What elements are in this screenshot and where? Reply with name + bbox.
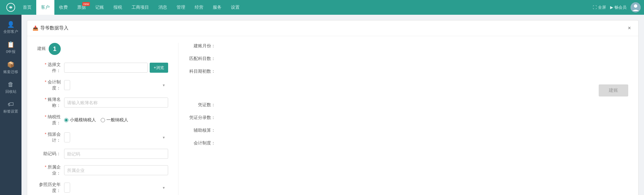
nav-item-tax[interactable]: 报税 [109, 0, 127, 15]
user-icon: 👤 [7, 21, 14, 28]
memo-code-input[interactable] [64, 149, 168, 159]
voucher-count-label: 凭证数： [189, 102, 219, 108]
import-icon: 📥 [33, 25, 38, 31]
step-badge: 1 [49, 43, 61, 55]
file-input[interactable] [64, 63, 148, 73]
dialog-title-text: 导爷数据导入 [40, 25, 68, 31]
account-name-row: 账簿名称： [37, 96, 168, 109]
memo-code-row: 助记码： [37, 149, 168, 159]
sidebar-item-label: 标签设置 [3, 109, 18, 114]
top-nav: 首页客户收费票据new记账报税工商项目消息管理经营服务设置 ⛶ 全屏 ▶ 畅会员 [0, 0, 644, 15]
badge-new: new [82, 2, 90, 6]
account-month-row: 建账月份： [189, 43, 628, 49]
accounting-system-row: 会计制度： ▼ [37, 79, 168, 91]
declaration-icon: 📋 [7, 41, 14, 48]
nav-item-fee[interactable]: 收费 [54, 0, 72, 15]
avatar[interactable] [631, 2, 641, 12]
browse-button[interactable]: +浏览 [150, 63, 168, 73]
sidebar-item-label: 账套迁移 [3, 69, 18, 74]
step-section: 建账 1 [37, 43, 168, 55]
dialog-title: 📥 导爷数据导入 [33, 25, 68, 31]
close-button[interactable]: × [626, 24, 633, 32]
history-year-label: 参照历史年度： [37, 182, 64, 194]
sidebar-item-label: 回收站 [5, 89, 16, 94]
chevron-down-icon-2: ▼ [162, 136, 165, 139]
form-right: 建账月份： 匹配科目数： 科目期初数： 建账 凭证 [178, 43, 628, 195]
nav-item-settings[interactable]: 设置 [226, 0, 244, 15]
history-year-row: 参照历史年度： ▼ [37, 182, 168, 194]
sidebar-item-account-migration[interactable]: 📦 账套迁移 [0, 58, 21, 77]
fullscreen-button[interactable]: ⛶ 全屏 [593, 5, 606, 10]
file-input-group: +浏览 [64, 63, 168, 73]
subject-init-row: 科目期初数： [189, 68, 628, 74]
logo[interactable] [3, 0, 18, 15]
match-subject-row: 匹配科目数： [189, 56, 628, 62]
general-taxpayer-radio[interactable] [101, 118, 105, 122]
assign-accountant-select[interactable] [64, 132, 70, 142]
sidebar-item-declaration[interactable]: 📋 0申报 [0, 38, 21, 57]
dialog-header: 📥 导爷数据导入 × [27, 20, 638, 36]
voucher-entries-label: 凭证分录数： [189, 115, 219, 121]
vip-icon: ▶ [610, 5, 613, 10]
accounting-system-right-label: 会计制度： [189, 140, 219, 146]
general-taxpayer-radio-label[interactable]: 一般纳税人 [101, 117, 128, 123]
tax-type-row: 纳税性质： 小规模纳税人 一般纳税人 [37, 114, 168, 126]
aux-accounting-row: 辅助核算： [189, 127, 628, 133]
accounting-system-select[interactable] [64, 80, 70, 90]
nav-item-account[interactable]: 记账 [91, 0, 109, 15]
company-row: 所属企业： [37, 164, 168, 176]
history-year-select-wrapper: ▼ [64, 183, 168, 193]
company-input[interactable] [64, 165, 168, 175]
voucher-count-row: 凭证数： [189, 102, 628, 108]
small-taxpayer-radio-label[interactable]: 小规模纳税人 [64, 117, 96, 123]
trash-icon: 🗑 [8, 81, 14, 88]
select-file-row: 选择文件： +浏览 [37, 62, 168, 74]
build-account-button[interactable]: 建账 [599, 84, 628, 96]
dialog: 📥 导爷数据导入 × 建账 1 选择文件： [27, 20, 639, 195]
nav-item-message[interactable]: 消息 [154, 0, 172, 15]
fullscreen-label: 全屏 [598, 5, 606, 10]
tag-icon: 🏷 [8, 101, 14, 108]
sidebar-item-all-customers[interactable]: 👤 全部客户 [0, 18, 21, 37]
company-label: 所属企业： [37, 164, 64, 176]
migration-icon: 📦 [7, 61, 14, 68]
aux-accounting-label: 辅助核算： [189, 127, 219, 133]
nav-right: ⛶ 全屏 ▶ 畅会员 [593, 2, 641, 12]
assign-accountant-row: 指派会计： ▼ [37, 131, 168, 143]
tax-type-label: 纳税性质： [37, 114, 64, 126]
match-subject-label: 匹配科目数： [189, 56, 219, 62]
accounting-system-right-row: 会计制度： [189, 140, 628, 146]
tax-type-radio-group: 小规模纳税人 一般纳税人 [64, 117, 168, 123]
account-name-label: 账簿名称： [37, 96, 64, 109]
nav-items: 首页客户收费票据new记账报税工商项目消息管理经营服务设置 [18, 0, 593, 15]
small-taxpayer-radio[interactable] [64, 118, 68, 122]
nav-item-invoice[interactable]: 票据new [72, 0, 91, 15]
nav-item-business[interactable]: 工商项目 [127, 0, 154, 15]
form-left: 建账 1 选择文件： +浏览 会计制度： [37, 43, 178, 195]
memo-code-label: 助记码： [37, 151, 64, 157]
vip-label: 畅会员 [614, 5, 627, 10]
nav-item-finance[interactable]: 经营 [190, 0, 208, 15]
svg-point-2 [634, 4, 637, 8]
select-file-label: 选择文件： [37, 62, 64, 74]
general-taxpayer-text: 一般纳税人 [106, 117, 128, 123]
small-taxpayer-text: 小规模纳税人 [70, 117, 96, 123]
assign-accountant-select-wrapper: ▼ [64, 132, 168, 142]
accounting-system-select-wrapper: ▼ [64, 80, 168, 90]
chevron-down-icon: ▼ [162, 83, 165, 87]
sidebar-item-tag-settings[interactable]: 🏷 标签设置 [0, 98, 21, 117]
account-name-input[interactable] [64, 97, 168, 108]
sidebar-item-recycle[interactable]: 🗑 回收站 [0, 78, 21, 97]
sidebar: 👤 全部客户 📋 0申报 📦 账套迁移 🗑 回收站 🏷 标签设置 [0, 15, 21, 195]
nav-item-home[interactable]: 首页 [18, 0, 36, 15]
nav-item-service[interactable]: 服务 [208, 0, 226, 15]
layout: 👤 全部客户 📋 0申报 📦 账套迁移 🗑 回收站 🏷 标签设置 📥 导爷数据导… [0, 15, 644, 195]
main-content: 📥 导爷数据导入 × 建账 1 选择文件： [21, 15, 644, 195]
sidebar-item-label: 全部客户 [3, 29, 18, 34]
history-year-select[interactable] [64, 183, 70, 193]
nav-item-customer[interactable]: 客户 [36, 0, 54, 15]
sidebar-item-label: 0申报 [6, 49, 15, 54]
vip-button[interactable]: ▶ 畅会员 [610, 5, 627, 10]
form-body: 建账 1 选择文件： +浏览 会计制度： [27, 36, 638, 195]
nav-item-manage[interactable]: 管理 [172, 0, 190, 15]
